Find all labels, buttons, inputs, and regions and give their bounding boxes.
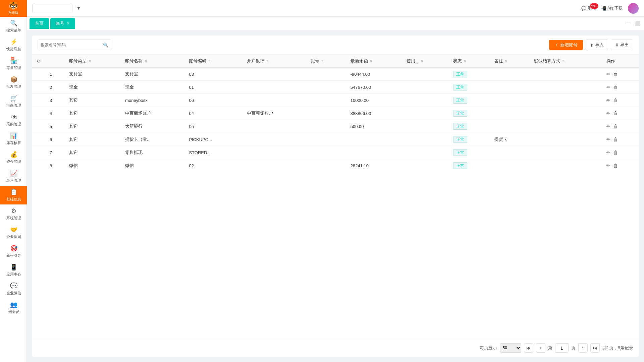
row-remark: 提货卡 (490, 133, 530, 146)
delete-button[interactable]: 🗑 (613, 163, 618, 168)
edit-button[interactable]: ✏ (606, 124, 610, 129)
edit-button[interactable]: ✏ (606, 84, 610, 90)
row-status: 正常 (449, 107, 490, 120)
tab-maximize-button[interactable]: ⬜ (633, 19, 641, 27)
sidebar-item-sys-mgmt[interactable]: ⚙ 系统管理 (0, 204, 27, 223)
row-account (307, 159, 346, 172)
sidebar-label-purchase-mgmt: 采购管理 (6, 122, 21, 127)
edit-button[interactable]: ✏ (606, 111, 610, 116)
import-button[interactable]: ⬆ 导入 (586, 40, 608, 50)
row-action: ✏ 🗑 (602, 133, 639, 146)
row-name: moneybosx (121, 94, 185, 107)
delete-button[interactable]: 🗑 (613, 124, 618, 129)
enterprise-agreement-icon: 🤝 (10, 226, 17, 233)
row-type: 其它 (65, 107, 121, 120)
sidebar-label-quick-nav: 快捷导航 (6, 47, 21, 52)
add-account-button[interactable]: ＋ 新增账号 (549, 40, 583, 50)
sidebar-item-batch-mgmt[interactable]: 📦 批发管理 (0, 73, 27, 92)
edit-button[interactable]: ✏ (606, 137, 610, 142)
row-index: 6 (46, 133, 65, 146)
page-prev-button[interactable]: ‹ (536, 343, 545, 353)
col-usage[interactable]: 使用... ⇅ (402, 55, 449, 68)
sidebar-item-ops-mgmt[interactable]: 📈 经营管理 (0, 167, 27, 186)
sidebar-item-purchase-mgmt[interactable]: 🛍 采购管理 (0, 111, 27, 129)
tab-bar: 首页 账号 ✕ — ⬜ (27, 17, 644, 30)
sidebar-item-basic-info[interactable]: 📋 基础信息 (0, 186, 27, 204)
col-settings[interactable]: ⚙ (32, 55, 46, 68)
row-usage (402, 120, 449, 133)
sidebar-item-inventory[interactable]: 📊 库存核算 (0, 129, 27, 148)
beginner-guide-icon: 🎯 (10, 245, 17, 252)
export-button[interactable]: ⬇ 导出 (611, 40, 633, 50)
delete-button[interactable]: 🗑 (613, 150, 618, 155)
col-type[interactable]: 账号类型 ⇅ (65, 55, 121, 68)
row-action: ✏ 🗑 (602, 107, 639, 120)
edit-button[interactable]: ✏ (606, 98, 610, 103)
message-icon: 💬 (581, 6, 586, 11)
delete-button[interactable]: 🗑 (613, 71, 618, 77)
col-bank[interactable]: 开户银行 ⇅ (243, 55, 307, 68)
row-code: 05 (185, 120, 243, 133)
delete-button[interactable]: 🗑 (613, 84, 618, 90)
tab-close-icon[interactable]: ✕ (66, 21, 70, 26)
row-balance: 383866.00 (346, 107, 402, 120)
sidebar-label-enterprise-agreement: 企业协同 (6, 234, 21, 239)
search-input[interactable] (38, 43, 100, 47)
sidebar-label-member: 畅会员 (8, 309, 19, 314)
tab-account[interactable]: 账号 ✕ (50, 18, 75, 29)
total-info: 共1页，8条记录 (602, 345, 633, 351)
row-settings (32, 120, 46, 133)
app-download-label: App下载 (607, 5, 623, 11)
page-number-input[interactable] (555, 343, 569, 353)
row-remark (490, 120, 530, 133)
delete-button[interactable]: 🗑 (613, 137, 618, 142)
delete-button[interactable]: 🗑 (613, 111, 618, 116)
user-avatar[interactable] (628, 3, 639, 14)
col-code[interactable]: 账号编码 ⇅ (185, 55, 243, 68)
message-button[interactable]: 💬 消息 99+ (581, 5, 596, 11)
page-last-button[interactable]: ⏭ (590, 343, 600, 353)
sidebar-item-enterprise-wechat[interactable]: 💬 企业微信 (0, 280, 27, 298)
sidebar-item-finance-mgmt[interactable]: 💰 资金管理 (0, 148, 27, 167)
sidebar-item-retail-mgmt[interactable]: 🏪 零售管理 (0, 54, 27, 73)
app-download-button[interactable]: 📲 App下载 (601, 5, 623, 11)
page-size-select[interactable]: 50 20 100 (500, 343, 521, 353)
page-first-button[interactable]: ⏮ (524, 343, 533, 353)
sidebar-item-enterprise-agreement[interactable]: 🤝 企业协同 (0, 223, 27, 242)
sidebar-item-ecom-mgmt[interactable]: 🛒 电商管理 (0, 92, 27, 111)
edit-button[interactable]: ✏ (606, 150, 610, 155)
delete-button[interactable]: 🗑 (613, 98, 618, 103)
row-type: 支付宝 (65, 68, 121, 81)
header-dropdown[interactable]: ▼ (76, 6, 81, 11)
sidebar-item-search-menu[interactable]: 🔍 搜索菜单 (0, 17, 27, 36)
col-account[interactable]: 账号 ⇅ (307, 55, 346, 68)
header-search-input[interactable] (32, 4, 72, 13)
col-default-settle[interactable]: 默认结算方式 ⇅ (530, 55, 602, 68)
row-type: 其它 (65, 146, 121, 159)
page-next-button[interactable]: › (578, 343, 588, 353)
sidebar-item-beginner-guide[interactable]: 🎯 新手引导 (0, 242, 27, 261)
row-action: ✏ 🗑 (602, 120, 639, 133)
row-remark (490, 68, 530, 81)
sidebar-label-enterprise-wechat: 企业微信 (6, 291, 21, 296)
search-button[interactable]: 🔍 (100, 40, 111, 50)
row-index: 8 (46, 159, 65, 172)
row-status: 正常 (449, 68, 490, 81)
sidebar-item-app-center[interactable]: 📱 应用中心 (0, 261, 27, 280)
sidebar-item-quick-nav[interactable]: ⚡ 快捷导航 (0, 36, 27, 54)
home-tab-label: 首页 (35, 20, 44, 26)
edit-button[interactable]: ✏ (606, 71, 610, 77)
col-name[interactable]: 账号名称 ⇅ (121, 55, 185, 68)
tab-minimize-button[interactable]: — (624, 19, 632, 27)
edit-button[interactable]: ✏ (606, 163, 610, 168)
col-remark[interactable]: 备注 ⇅ (490, 55, 530, 68)
sidebar-item-member[interactable]: 👥 畅会员 (0, 298, 27, 317)
col-balance[interactable]: 最新余额 ⇅ (346, 55, 402, 68)
app-download-icon: 📲 (601, 6, 606, 11)
col-status[interactable]: 状态 ⇅ (449, 55, 490, 68)
row-default-settle (530, 120, 602, 133)
row-default-settle (530, 159, 602, 172)
tab-home[interactable]: 首页 (30, 18, 49, 29)
row-name: 现金 (121, 81, 185, 94)
table-container: ⚙ 账号类型 ⇅ 账号名称 ⇅ 账号编码 ⇅ 开户银行 ⇅ 账号 ⇅ 最新余额 … (32, 55, 639, 339)
